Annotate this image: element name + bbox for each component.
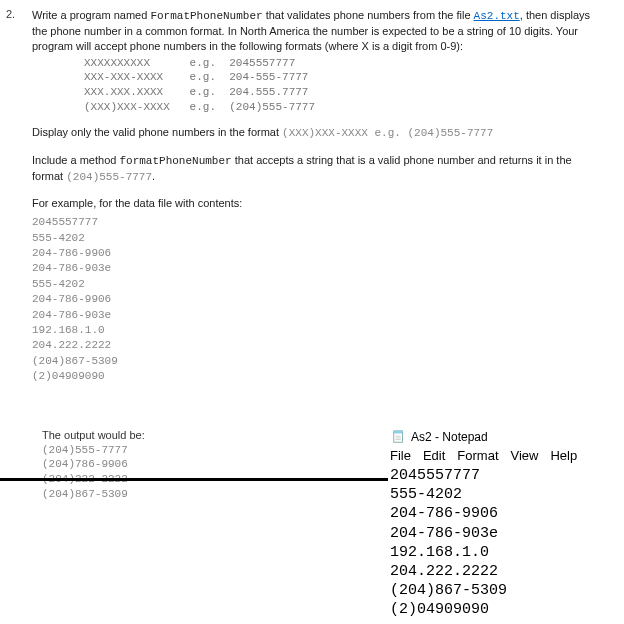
sample-line: 192.168.1.0: [32, 323, 600, 338]
menu-view[interactable]: View: [511, 448, 539, 463]
sample-line: (204)867-5309: [32, 354, 600, 369]
method-text-c: .: [152, 170, 155, 182]
sample-data-block: 2045557777 555-4202 204-786-9906 204-786…: [32, 215, 600, 384]
display-paragraph: Display only the valid phone numbers in …: [32, 125, 600, 141]
sample-line: 2045557777: [32, 215, 600, 230]
sample-line: 555-4202: [32, 231, 600, 246]
method-text-a: Include a method: [32, 154, 119, 166]
sample-line: 555-4202: [32, 277, 600, 292]
program-name: FormatPhoneNumber: [150, 10, 262, 22]
menu-help[interactable]: Help: [550, 448, 577, 463]
notepad-menu: FileEditFormatViewHelp: [388, 446, 616, 466]
display-text-a: Display only the valid phone numbers in …: [32, 126, 282, 138]
method-paragraph: Include a method formatPhoneNumber that …: [32, 153, 600, 185]
sample-line: 204.222.2222: [32, 338, 600, 353]
sample-line: 204-786-9906: [32, 292, 600, 307]
question-number: 2.: [6, 8, 15, 20]
menu-format[interactable]: Format: [457, 448, 498, 463]
notepad-window: As2 - Notepad FileEditFormatViewHelp 204…: [388, 428, 616, 624]
intro-paragraph: Write a program named FormatPhoneNumber …: [32, 8, 600, 54]
svg-rect-1: [394, 431, 403, 434]
sample-line: 204-786-903e: [32, 308, 600, 323]
menu-file[interactable]: File: [390, 448, 411, 463]
sample-line: (2)04909090: [32, 369, 600, 384]
sample-line: 204-786-9906: [32, 246, 600, 261]
notepad-titlebar: As2 - Notepad: [388, 428, 616, 446]
notepad-body[interactable]: 2045557777 555-4202 204-786-9906 204-786…: [388, 466, 616, 624]
method-name: formatPhoneNumber: [119, 155, 231, 167]
method-format: (204)555-7777: [66, 171, 152, 183]
sample-line: 204-786-903e: [32, 261, 600, 276]
example-label: For example, for the data file with cont…: [32, 196, 600, 211]
intro-text-a: Write a program named: [32, 9, 150, 21]
menu-edit[interactable]: Edit: [423, 448, 445, 463]
notepad-title: As2 - Notepad: [411, 430, 488, 444]
notepad-icon: [392, 430, 406, 444]
file-link[interactable]: As2.txt: [474, 10, 520, 22]
display-pattern: (XXX)XXX-XXXX e.g. (204)555-7777: [282, 127, 493, 139]
divider: [0, 478, 450, 481]
intro-text-b: that validates phone numbers from the fi…: [263, 9, 474, 21]
formats-block: XXXXXXXXXX e.g. 2045557777 XXX-XXX-XXXX …: [84, 56, 600, 115]
